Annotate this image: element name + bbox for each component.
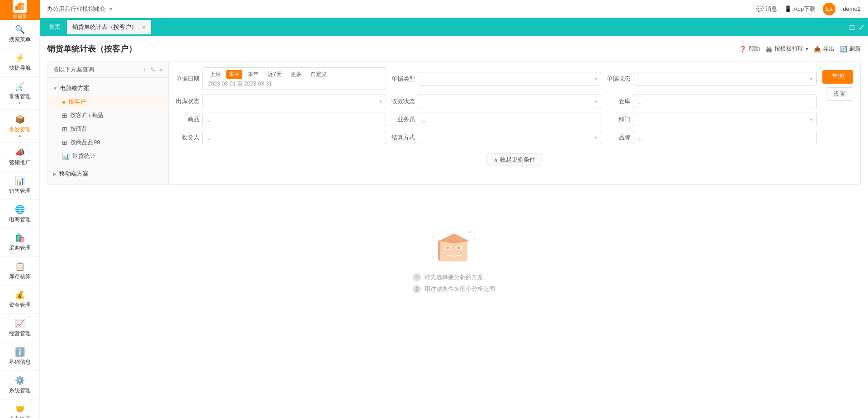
- brand-placeholder: ...: [637, 134, 642, 141]
- breadcrumb-dropdown-icon[interactable]: ▾: [109, 5, 113, 12]
- scheme-panel-header: 按以下方案查询 + ✎ «: [47, 62, 168, 78]
- sidebar-item-quick-nav[interactable]: ⚡ 快捷导航: [0, 48, 40, 77]
- settlement-input[interactable]: ▾: [418, 131, 602, 144]
- sidebar-item-label: 资金管理: [9, 301, 31, 309]
- tab-sales-stat[interactable]: 销货单统计表（按客户） ✕: [67, 20, 151, 34]
- avatar[interactable]: Ea: [823, 3, 835, 15]
- product-input[interactable]: ...: [202, 113, 386, 126]
- sidebar-item-label: 基础信息: [9, 358, 31, 366]
- expand-icon[interactable]: ⤢: [859, 23, 864, 32]
- tab-bar: 首页 销货单统计表（按客户） ✕ ⊡ ⤢: [40, 18, 868, 36]
- sidebar-item-label: 采购管理: [9, 244, 31, 252]
- page-title-row: 销货单统计表（按客户） ❓ 帮助 🖨️ 按模板打印 ▾ 📤 导出: [47, 43, 861, 54]
- tree-item-by-customer[interactable]: ● 按客户: [47, 95, 168, 109]
- enterprise-icon: 🤝: [15, 404, 25, 414]
- date-tab-last-7[interactable]: 近7天: [264, 70, 285, 79]
- empty-hint-2: 2 用过滤条件来缩小分析范围: [413, 285, 495, 293]
- sidebar-item-purchase[interactable]: 🛍️ 采购管理: [0, 228, 40, 257]
- department-label: 部门: [607, 115, 630, 124]
- collapse-more-btn[interactable]: ∧ 收起更多条件: [486, 153, 543, 166]
- receiver-input[interactable]: ...: [202, 131, 386, 144]
- collapse-panel-button[interactable]: «: [159, 66, 163, 73]
- sidebar-item-label: 营销推广: [9, 159, 31, 166]
- tree-divider: [47, 165, 168, 165]
- sidebar-item-label: 系统管理: [9, 387, 31, 394]
- settlement-label: 结算方式: [392, 133, 415, 142]
- product-label: 商品: [176, 115, 199, 124]
- receipt-status-input[interactable]: ▾: [418, 95, 602, 108]
- page-title: 销货单统计表（按客户）: [47, 43, 137, 54]
- tree-item-by-product-99[interactable]: ⊞ 按商品品99: [47, 136, 168, 149]
- empty-state: 1 请先选择要分析的方案 2 用过滤条件来缩小分析范围: [47, 185, 861, 329]
- out-status-input[interactable]: ▾: [202, 95, 386, 108]
- help-button[interactable]: ❓ 帮助: [739, 45, 760, 53]
- tree-item-label: 按客户: [68, 98, 86, 106]
- tab-bar-actions: ⊡ ⤢: [849, 23, 864, 32]
- template-print-label: 按模板打印: [774, 45, 804, 53]
- date-tab-more[interactable]: 更多: [287, 70, 305, 79]
- date-tab-last-month[interactable]: 上月: [206, 70, 224, 79]
- brand-input[interactable]: ...: [633, 131, 817, 144]
- scheme-tree: ▼ 电脑端方案 ● 按客户 ⊞ 按客户+商品 ⊞: [47, 78, 168, 184]
- filter-cell-receipt-status: 收款状态 ▾: [392, 95, 602, 108]
- type-input[interactable]: ▾: [418, 72, 602, 86]
- warehouse-input[interactable]: ...: [633, 95, 817, 108]
- export-button[interactable]: 📤 导出: [814, 45, 835, 53]
- inventory-icon: 📋: [15, 261, 25, 271]
- settlement-dropdown-icon: ▾: [594, 135, 597, 141]
- sidebar-item-basic-info[interactable]: ℹ️ 基础信息: [0, 342, 40, 371]
- filter-cell-salesperson: 业务员 ...: [392, 113, 602, 126]
- refresh-button[interactable]: 🔄 刷新: [840, 45, 861, 53]
- sidebar-item-search-menu[interactable]: 🔍 搜索菜单: [0, 20, 40, 48]
- add-scheme-button[interactable]: +: [143, 66, 146, 73]
- app-download-button[interactable]: 📱 App下载: [784, 5, 816, 13]
- tab-sales-stat-label: 销货单统计表（按客户）: [72, 23, 137, 31]
- edit-scheme-button[interactable]: ✎: [150, 66, 156, 73]
- sidebar-item-label: 电商管理: [9, 216, 31, 223]
- sidebar-item-operations[interactable]: 📈 经营管理: [0, 314, 40, 342]
- sidebar-item-ecommerce[interactable]: 🌐 电商管理: [0, 200, 40, 228]
- sidebar-item-label: 批发管理: [9, 126, 31, 133]
- salesperson-input[interactable]: ...: [418, 113, 602, 126]
- status-dropdown-icon: ▾: [810, 76, 813, 82]
- page-actions: ❓ 帮助 🖨️ 按模板打印 ▾ 📤 导出 🔄 刷新: [739, 45, 861, 53]
- tree-item-return-stat[interactable]: 📊 退货统计: [47, 149, 168, 163]
- date-tab-this-month[interactable]: 本月: [226, 70, 242, 79]
- settings-button[interactable]: 设置: [826, 87, 853, 101]
- query-button[interactable]: 查询: [822, 70, 853, 84]
- sidebar-item-marketing[interactable]: 📣 营销推广: [0, 143, 40, 171]
- sidebar-item-system[interactable]: ⚙️ 系统管理: [0, 371, 40, 399]
- tab-close-icon[interactable]: ✕: [142, 24, 146, 30]
- date-range-text: 2023-03-01 至 2023-03-31: [208, 80, 272, 88]
- app-logo[interactable]: 标题页: [0, 0, 40, 20]
- main-area: 办公用品行业模拟账套 ▾ 💬 消息 📱 App下载 Ea demo2 首页 销货…: [40, 0, 868, 418]
- status-input[interactable]: ▾: [633, 72, 817, 86]
- tree-item-label: 退货统计: [72, 152, 96, 160]
- date-tab-custom[interactable]: 自定义: [307, 70, 330, 79]
- tree-item-by-product[interactable]: ⊞ 按商品: [47, 122, 168, 136]
- sidebar-item-retail[interactable]: 🛒 零售管理 ▼: [0, 77, 40, 110]
- date-tab-this-year[interactable]: 本年: [244, 70, 262, 79]
- out-status-dropdown-icon: ▾: [379, 99, 382, 104]
- date-input[interactable]: 上月 本月 本年 近7天 更多 自定义 2023-03-01 至 2023-03…: [202, 67, 386, 90]
- product99-scheme-icon: ⊞: [62, 139, 67, 146]
- sidebar-item-wholesale[interactable]: 📦 批发管理 ▲: [0, 110, 40, 143]
- message-label: 消息: [765, 5, 777, 13]
- receipt-status-label: 收款状态: [392, 97, 415, 105]
- template-print-button[interactable]: 🖨️ 按模板打印 ▾: [765, 45, 808, 53]
- wholesale-icon: 📦: [15, 114, 25, 124]
- department-input[interactable]: ▾: [633, 113, 817, 126]
- sidebar-item-enterprise[interactable]: 🤝 企业协同: [0, 399, 40, 418]
- pc-group-header[interactable]: ▼ 电脑端方案: [47, 81, 168, 95]
- tab-home[interactable]: 首页: [43, 20, 66, 34]
- type-label: 单据类型: [392, 75, 415, 83]
- sidebar-item-inventory[interactable]: 📋 库存核算: [0, 257, 40, 285]
- tree-item-by-customer-product[interactable]: ⊞ 按客户+商品: [47, 109, 168, 122]
- sidebar-item-finance[interactable]: 💰 资金管理: [0, 285, 40, 314]
- sidebar-item-sales[interactable]: 📊 销售管理: [0, 171, 40, 200]
- restore-icon[interactable]: ⊡: [849, 23, 855, 32]
- message-button[interactable]: 💬 消息: [756, 5, 777, 13]
- warehouse-placeholder: ...: [637, 98, 642, 105]
- brand-label: 品牌: [607, 133, 630, 142]
- mobile-group-header[interactable]: ▶ 移动端方案: [47, 167, 168, 180]
